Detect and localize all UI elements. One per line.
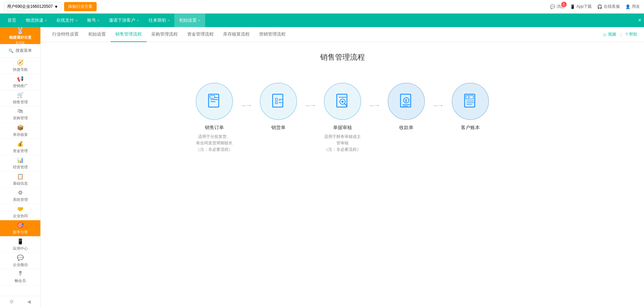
sidebar-settings-btn[interactable]: ⚙ — [9, 299, 14, 304]
sidebar-item-wechat[interactable]: 💬 企业微信 — [0, 253, 40, 269]
step-circle-doc-review[interactable] — [324, 83, 361, 120]
flow-arrow-2: ···→ — [306, 101, 315, 109]
video-icon: ▷ — [604, 32, 607, 37]
step-desc-sales-order: 适用于分批发货、有合同发货周期较长（注：非必要流程） — [196, 134, 233, 153]
sidebar-search-label: 搜索菜单 — [16, 48, 32, 54]
tab-account-close[interactable]: × — [97, 18, 99, 22]
sidebar-item-purchase-label: 采购管理 — [13, 116, 28, 121]
flow-step-doc-review: 单据审核 适用于财务审核或主管审核（注：非必要流程） — [315, 83, 370, 153]
flow-step-receipt: ¥ 收款单 — [379, 83, 433, 134]
doc-review-icon — [334, 93, 351, 110]
user-item[interactable]: 👤 用友 — [625, 4, 640, 9]
svg-text:¥: ¥ — [405, 98, 407, 103]
subtab-sales-flow-label: 销售管理流程 — [115, 31, 142, 37]
help-link[interactable]: ? 帮助 — [625, 32, 637, 37]
customer-ledger-icon: ¥ — [462, 93, 479, 110]
message-item[interactable]: 💬 消息 6 — [550, 4, 565, 9]
sidebar-item-newbie[interactable]: 🎯 新手引导 — [0, 220, 40, 237]
app-label: App下载 — [577, 4, 592, 9]
sidebar-bottom: ⚙ ◀ — [0, 296, 40, 307]
tab-period[interactable]: 往来期初 × — [144, 14, 174, 27]
company-selector[interactable]: 用户690企业1660120507 ▼ — [4, 2, 61, 11]
nav-close-all[interactable]: × — [638, 17, 641, 23]
sidebar-item-enterprise[interactable]: 🤝 企业协同 — [0, 204, 40, 220]
sales-icon: 🛒 — [17, 92, 24, 98]
sidebar-logo-text: 畅捷通好生意 — [9, 35, 32, 40]
sidebar-item-system-label: 系统管理 — [13, 197, 28, 202]
sidebar-item-basic[interactable]: 📋 基础信息 — [0, 171, 40, 188]
purchase-icon: 🛍 — [18, 108, 23, 114]
tab-logistics-close[interactable]: × — [45, 18, 47, 22]
tab-payment-close[interactable]: × — [75, 18, 77, 22]
step-circle-sales-order[interactable] — [196, 83, 233, 120]
sidebar-item-newbie-label: 新手引导 — [13, 230, 28, 235]
step-circle-receipt[interactable]: ¥ — [388, 83, 425, 120]
main-content: 行业特性设置 初始设置 销售管理流程 采购管理流程 资金管理流程 库存核算流程 … — [41, 27, 644, 307]
subtab-inventory-flow[interactable]: 库存核算流程 — [218, 27, 254, 42]
arrow-icon-1: ···→ — [241, 101, 251, 109]
tab-home-label: 首页 — [7, 17, 16, 23]
svg-line-12 — [345, 104, 347, 106]
flow-arrow-4: ···→ — [433, 101, 443, 109]
tab-period-close[interactable]: × — [168, 18, 170, 22]
step-label-sales-order: 销售订单 — [205, 125, 224, 131]
nav-tabs: 首页 物流快递 × 在线支付 × 账号 × 邀请下游客户 × 往来期初 × 初始… — [0, 14, 644, 27]
layout: 🐰 畅捷通好生意 标准版 🔍 搜索菜单 🧭 快捷导航 📢 营销推广 🛒 销售管理… — [0, 27, 644, 307]
tab-home[interactable]: 首页 — [3, 14, 21, 27]
sidebar-item-finance-label: 资金管理 — [13, 148, 28, 154]
try-industry-button[interactable]: 体验行业方案 — [64, 2, 97, 11]
tab-logistics[interactable]: 物流快递 × — [21, 14, 52, 27]
step-circle-sales-invoice[interactable] — [260, 83, 297, 120]
basic-icon: 📋 — [17, 173, 24, 180]
sidebar-item-wechat-label: 企业微信 — [13, 262, 28, 267]
sidebar-item-inventory-label: 库存核算 — [13, 132, 28, 137]
sidebar-item-finance[interactable]: 💰 资金管理 — [0, 139, 40, 155]
wechat-icon: 💬 — [17, 254, 24, 261]
sidebar-collapse-btn[interactable]: ◀ — [27, 299, 31, 304]
tab-init-settings[interactable]: 初始设置 × — [174, 14, 205, 27]
arrow-icon-2: ···→ — [306, 101, 315, 109]
subtab-marketing-flow-label: 营销管理流程 — [259, 31, 286, 37]
sidebar-item-quick-nav[interactable]: 🧭 快捷导航 — [0, 58, 40, 74]
subtab-sales-flow[interactable]: 销售管理流程 — [111, 27, 147, 42]
subtab-finance-flow[interactable]: 资金管理流程 — [182, 27, 218, 42]
step-label-customer-ledger: 客户账本 — [461, 125, 480, 131]
sidebar: 🐰 畅捷通好生意 标准版 🔍 搜索菜单 🧭 快捷导航 📢 营销推广 🛒 销售管理… — [0, 27, 41, 307]
app-download-item[interactable]: 📱 App下载 — [570, 4, 592, 9]
video-link[interactable]: ▷ 视频 — [604, 32, 616, 37]
tab-invite[interactable]: 邀请下游客户 × — [104, 14, 143, 27]
subtab-inventory-flow-label: 库存核算流程 — [223, 31, 250, 37]
sidebar-item-marketing[interactable]: 📢 营销推广 — [0, 74, 40, 90]
sidebar-item-operation[interactable]: 📊 经营管理 — [0, 155, 40, 171]
tab-invite-close[interactable]: × — [137, 18, 139, 22]
step-circle-customer-ledger[interactable]: ¥ — [452, 83, 489, 120]
subtab-init-label: 初始设置 — [88, 31, 106, 37]
subtab-purchase-flow[interactable]: 采购管理流程 — [147, 27, 182, 42]
tab-account[interactable]: 账号 × — [82, 14, 104, 27]
sidebar-item-appstore[interactable]: 📱 应用中心 — [0, 237, 40, 253]
app-icon: 📱 — [570, 4, 575, 9]
tab-payment[interactable]: 在线支付 × — [52, 14, 82, 27]
subtab-marketing-flow[interactable]: 营销管理流程 — [254, 27, 290, 42]
sidebar-item-purchase[interactable]: 🛍 采购管理 — [0, 106, 40, 123]
appstore-icon: 📱 — [17, 238, 24, 245]
sidebar-item-appstore-label: 应用中心 — [13, 246, 28, 251]
subtab-init[interactable]: 初始设置 — [83, 27, 111, 42]
sidebar-logo: 🐰 畅捷通好生意 标准版 — [0, 27, 40, 44]
enterprise-icon: 🤝 — [17, 206, 24, 212]
service-label: 在线客服 — [604, 4, 620, 9]
sidebar-item-inventory[interactable]: 📦 库存核算 — [0, 123, 40, 139]
tab-account-label: 账号 — [87, 17, 96, 23]
subtab-industry[interactable]: 行业特性设置 — [47, 27, 83, 42]
flow-step-sales-invoice: 销货单 — [251, 83, 306, 134]
sidebar-item-member[interactable]: 🎖 畅会员 — [0, 269, 40, 285]
sidebar-item-quick-nav-label: 快捷导航 — [13, 67, 28, 72]
system-icon: ⚙ — [18, 189, 23, 196]
sidebar-item-system[interactable]: ⚙ 系统管理 — [0, 188, 40, 204]
sidebar-item-sales[interactable]: 🛒 销售管理 — [0, 90, 40, 106]
sidebar-search[interactable]: 🔍 搜索菜单 — [0, 44, 40, 58]
content-area: 销售管理流程 销售订单 适用于分批发货、有合同 — [41, 42, 644, 163]
svg-point-11 — [341, 101, 344, 103]
service-item[interactable]: 🎧 在线客服 — [597, 4, 620, 9]
tab-init-settings-close[interactable]: × — [198, 18, 200, 22]
